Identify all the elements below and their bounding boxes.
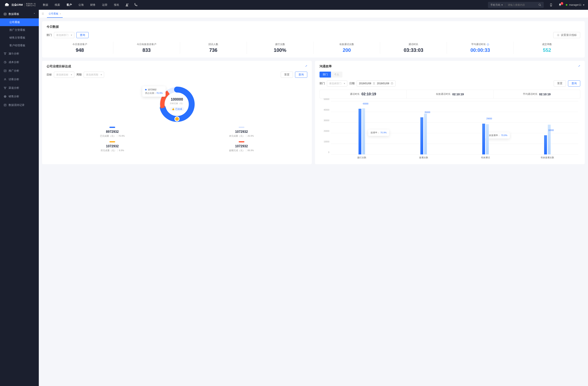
kpi-item: 有效通话次数200 (314, 42, 380, 54)
reset-button[interactable]: 重置 (281, 72, 293, 78)
bar-primary (544, 135, 547, 154)
kpi-item: 回访人数736 (180, 42, 247, 54)
kpi-item: 通话时长03:33:03 (380, 42, 447, 54)
y-tick: 20000 (324, 130, 329, 132)
seg-dept[interactable]: 部门 (319, 72, 331, 77)
search-button[interactable] (536, 3, 544, 6)
logo[interactable]: 云朵CRM 教育机构一站式服务云平台 (4, 3, 39, 7)
eff-title: 沟通效率 (319, 64, 580, 68)
goal-card: ⤢ 公司业绩目标达成 目标 请选择目标▾ 周期 请选择周期▾ 重置 查询 (42, 61, 312, 164)
svg-rect-23 (391, 83, 393, 84)
add-user-icon[interactable] (125, 3, 129, 7)
dept-select[interactable]: 请选择部门▾ (54, 32, 74, 38)
tab-menu-icon[interactable]: ☰ (42, 12, 44, 15)
sidebar-cost[interactable]: 成本分析 (0, 58, 39, 66)
sidebar-item-manager[interactable]: 客户经理看板 (0, 42, 39, 49)
top-actions (125, 3, 138, 7)
today-title: 今日数据 (46, 25, 580, 29)
y-tick: 30000 (324, 119, 329, 122)
dept-label: 部门 (319, 82, 325, 85)
target-select[interactable]: 请选择目标▾ (54, 72, 74, 78)
dashboard-icon (4, 13, 6, 16)
kpi-item: 今日首咨客户948 (46, 42, 113, 54)
sidebar-channel[interactable]: 渠道分析 (0, 84, 39, 92)
kpi-item: 平均通话时长00:00:33 (447, 42, 514, 54)
svg-point-0 (5, 6, 9, 6)
date-label: 日期 (349, 82, 355, 85)
summary-row: 通话时长02:10:19有效通话时长02:10:19平均通话时长02:10:19 (319, 90, 580, 98)
sidebar-sales[interactable]: 销售分析 (0, 92, 39, 101)
tab-company[interactable]: 公司看板 × (47, 10, 63, 18)
kpi-item: 今日有效首咨客户833 (113, 42, 180, 54)
logo-subtitle: 教育机构一站式服务云平台 (24, 3, 36, 7)
svg-point-12 (5, 88, 5, 89)
query-button[interactable]: 查询 (295, 72, 307, 78)
search-input[interactable] (505, 3, 536, 6)
funnel-icon (4, 52, 6, 55)
tip-connect: 接通率：70.9% (368, 130, 389, 136)
nav-enroll[interactable]: 报名 (114, 0, 119, 10)
search-type[interactable]: 手机号码▾ (488, 3, 505, 7)
visitor-icon (4, 78, 6, 81)
status-badge: 👍已达成 (170, 107, 184, 111)
kpi-item: 成交单数552 (514, 42, 580, 54)
seg-person[interactable]: 个人 (331, 72, 342, 77)
user-menu[interactable]: manager11 ▾ (566, 3, 584, 6)
nav-data[interactable]: 数据 (43, 0, 48, 10)
bar-label: 29000 (486, 117, 492, 121)
mobile-icon[interactable] (549, 3, 553, 6)
sidebar-item-company[interactable]: 公司看板 (0, 18, 39, 26)
calendar-icon (391, 82, 393, 85)
gear-icon (557, 34, 560, 37)
bar-primary (482, 124, 485, 154)
svg-point-9 (5, 78, 5, 79)
quartet-item: 1072932超额完成（元）89.9% (180, 141, 303, 152)
close-icon[interactable]: × (60, 12, 61, 15)
segment: 部门 个人 (319, 72, 342, 77)
channel-icon (4, 86, 6, 89)
tabbar: ☰ 公司看板 × (39, 10, 588, 18)
settings-button[interactable]: 设置显示指标 (553, 32, 580, 38)
nav-finance[interactable]: 财务 (90, 0, 96, 10)
sidebar-item-promo[interactable]: 推广主管看板 (0, 26, 39, 34)
tab-label: 公司看板 (49, 12, 58, 16)
sidebar-funnel[interactable]: 漏斗分析 (0, 49, 39, 58)
svg-point-5 (551, 5, 551, 6)
sidebar-item-sales[interactable]: 销售主管看板 (0, 34, 39, 42)
sidebar-flow[interactable]: 数据流转记录 (0, 101, 39, 109)
notif-count: 5 (561, 2, 564, 5)
cloud-icon (4, 3, 10, 7)
date-range[interactable]: 2018/01/08至2018/01/08 (357, 80, 396, 86)
nav-customer[interactable]: 客户 (66, 0, 72, 10)
query-button[interactable]: 查询 (76, 32, 89, 38)
nav-public[interactable]: 公海 (78, 0, 84, 10)
dept-select[interactable]: 请选择部门▾ (327, 80, 347, 86)
bell-icon[interactable]: 5 (558, 3, 562, 6)
main: ☰ 公司看板 × 今日数据 部门 请选择部门▾ 查询 设置显示指标 (39, 10, 588, 386)
svg-point-15 (5, 96, 5, 96)
right-icons: 5 (549, 3, 562, 6)
nav-ops[interactable]: 运营 (102, 0, 107, 10)
target-icon (4, 95, 6, 98)
username: manager11 (569, 3, 582, 6)
expand-icon[interactable]: ⤢ (305, 64, 307, 67)
svg-point-3 (539, 4, 540, 5)
sidebar-visitor[interactable]: 访客分析 (0, 75, 39, 84)
x-tick: 拨打次数 (357, 156, 366, 159)
logo-text: 云朵CRM (11, 3, 23, 7)
phone-icon[interactable] (134, 3, 138, 7)
reset-button[interactable]: 重置 (554, 80, 566, 86)
bar-label: 18000 (548, 129, 554, 132)
sidebar-promo[interactable]: 推广分析 (0, 66, 39, 75)
pie-icon (4, 61, 6, 64)
y-tick: 0 (328, 151, 329, 154)
period-select[interactable]: 请选择周期▾ (84, 72, 104, 78)
sidebar-section[interactable]: 数据看板 ˄ (0, 10, 39, 18)
search-box: 手机号码▾ (488, 2, 544, 8)
expand-icon[interactable]: ⤢ (578, 64, 580, 67)
summary-cell: 平均通话时长02:10:19 (493, 90, 580, 98)
query-button[interactable]: 查询 (568, 80, 580, 86)
chevron-up-icon: ˄ (34, 13, 35, 16)
nav-lead[interactable]: 线索 (55, 0, 60, 10)
summary-cell: 有效通话时长02:10:19 (406, 90, 493, 98)
